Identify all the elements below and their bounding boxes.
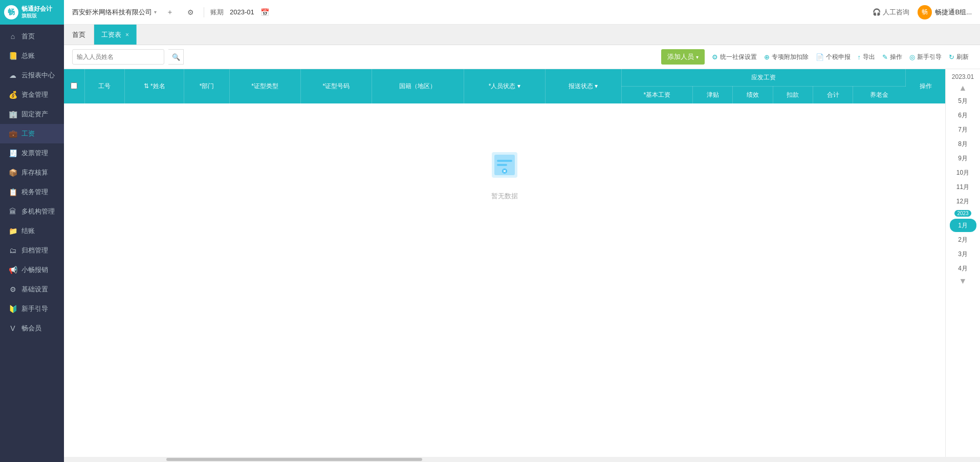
scrollbar-thumb[interactable] bbox=[166, 458, 422, 461]
search-input[interactable] bbox=[72, 49, 164, 65]
sidebar-item-固定资产[interactable]: 🏢固定资产 bbox=[0, 104, 64, 124]
toolbar-action-3[interactable]: ↑导出 bbox=[855, 53, 879, 61]
action-label: 导出 bbox=[863, 53, 875, 61]
sort-icon: ⇅ bbox=[144, 82, 149, 90]
month-2022-5[interactable]: 5月 bbox=[950, 94, 976, 108]
sidebar-item-畅会员[interactable]: V畅会员 bbox=[0, 319, 64, 338]
app-name: 畅通好会计 bbox=[21, 5, 52, 12]
avatar: 畅 bbox=[918, 5, 932, 19]
th-performance: 绩效 bbox=[733, 87, 773, 104]
chevron-down-icon: ▾ bbox=[696, 54, 699, 60]
action-label: 新手引导 bbox=[917, 53, 942, 61]
month-2023-4[interactable]: 4月 bbox=[950, 262, 976, 275]
th-pension: 养老金 bbox=[853, 87, 906, 104]
nav-label: 资金管理 bbox=[21, 90, 48, 99]
toolbar-action-4[interactable]: ✎操作 bbox=[879, 53, 905, 61]
payroll-table: 工号 ⇅ *姓名 *部门 *证型类型 *证型号码 国籍（地区） *人员状态 ▾ … bbox=[64, 69, 945, 242]
th-deduction: 扣款 bbox=[773, 87, 813, 104]
th-salary-group: 应发工资 bbox=[621, 69, 905, 87]
nav-icon: 🏢 bbox=[8, 110, 17, 118]
add-person-button[interactable]: 添加人员 ▾ bbox=[661, 49, 705, 65]
close-icon[interactable]: × bbox=[125, 31, 129, 38]
app-edition: 旗舰版 bbox=[21, 12, 52, 19]
nav-label: 总账 bbox=[21, 51, 35, 60]
nav-icon: 💼 bbox=[8, 130, 17, 138]
tab-payroll[interactable]: 工资表 × bbox=[94, 25, 137, 45]
nav-icon: 📁 bbox=[8, 227, 17, 235]
nav-icon: ⌂ bbox=[8, 32, 17, 40]
username: 畅捷通B组... bbox=[935, 8, 972, 17]
logo-icon: 畅 bbox=[4, 5, 18, 19]
topbar-right: 🎧 人工咨询 畅 畅捷通B组... bbox=[873, 5, 972, 19]
sidebar-item-库存核算[interactable]: 📦库存核算 bbox=[0, 163, 64, 182]
month-2022-9[interactable]: 9月 bbox=[950, 152, 976, 165]
add-company-button[interactable]: ＋ bbox=[163, 5, 177, 19]
action-label: 操作 bbox=[890, 53, 902, 61]
headset-icon: 🎧 bbox=[873, 8, 881, 16]
action-icon: ⊕ bbox=[764, 53, 770, 61]
th-number: 工号 bbox=[84, 69, 124, 103]
search-button[interactable]: 🔍 bbox=[168, 49, 184, 65]
sidebar-item-发票管理[interactable]: 🧾发票管理 bbox=[0, 143, 64, 163]
main-content: 西安虾米网络科技有限公司 ▾ ＋ ⚙ 账期 2023-01 📅 🎧 人工咨询 畅… bbox=[64, 0, 980, 462]
toolbar-action-6[interactable]: ↻刷新 bbox=[946, 53, 972, 61]
settings-icon[interactable]: ⚙ bbox=[183, 5, 198, 19]
action-icon: ↻ bbox=[949, 53, 954, 61]
sidebar-item-总账[interactable]: 📒总账 bbox=[0, 46, 64, 66]
add-person-label: 添加人员 bbox=[667, 52, 694, 61]
th-action: 操作 bbox=[906, 69, 945, 103]
divider bbox=[204, 7, 204, 17]
month-2023-3[interactable]: 3月 bbox=[950, 247, 976, 261]
toolbar-action-2[interactable]: 📄个税申报 bbox=[813, 53, 854, 61]
month-2022-11[interactable]: 11月 bbox=[950, 180, 976, 194]
th-id-type: *证型类型 bbox=[229, 69, 300, 103]
th-report-status: 报送状态 ▾ bbox=[545, 69, 621, 103]
horizontal-scrollbar[interactable] bbox=[64, 457, 980, 462]
nav-label: 归档管理 bbox=[21, 246, 48, 255]
sidebar-item-多机构管理[interactable]: 🏛多机构管理 bbox=[0, 202, 64, 221]
nav-label: 库存核算 bbox=[21, 168, 48, 177]
tab-home[interactable]: 首页 bbox=[64, 25, 94, 45]
nav-icon: ⚙ bbox=[8, 285, 17, 293]
month-2023-1[interactable]: 1月 bbox=[950, 219, 976, 232]
search-icon: 🔍 bbox=[172, 53, 180, 61]
month-2022-12[interactable]: 12月 bbox=[950, 195, 976, 208]
sidebar-item-结账[interactable]: 📁结账 bbox=[0, 221, 64, 241]
chevron-down-icon: ▾ bbox=[154, 9, 157, 15]
toolbar-actions: ⚙统一社保设置⊕专项附加扣除📄个税申报↑导出✎操作◎新手引导↻刷新 bbox=[709, 53, 972, 61]
select-all-checkbox[interactable] bbox=[71, 82, 77, 89]
sidebar: 畅 畅通好会计 旗舰版 ⌂首页📒总账☁云报表中心💰资金管理🏢固定资产💼工资🧾发票… bbox=[0, 0, 64, 462]
service-button[interactable]: 🎧 人工咨询 bbox=[873, 8, 909, 17]
th-name: ⇅ *姓名 bbox=[124, 69, 184, 103]
svg-rect-2 bbox=[497, 160, 512, 162]
action-label: 刷新 bbox=[956, 53, 969, 61]
scroll-down-arrow[interactable]: ▼ bbox=[958, 276, 968, 287]
sidebar-item-云报表中心[interactable]: ☁云报表中心 bbox=[0, 66, 64, 85]
month-2022-10[interactable]: 10月 bbox=[950, 166, 976, 179]
th-status: *人员状态 ▾ bbox=[464, 69, 545, 103]
sidebar-item-资金管理[interactable]: 💰资金管理 bbox=[0, 85, 64, 104]
sidebar-item-归档管理[interactable]: 🗂归档管理 bbox=[0, 241, 64, 260]
nav-label: 多机构管理 bbox=[21, 207, 55, 216]
month-2022-6[interactable]: 6月 bbox=[950, 109, 976, 122]
calendar-icon[interactable]: 📅 bbox=[260, 8, 269, 16]
nav-icon: ☁ bbox=[8, 71, 17, 79]
sidebar-item-税务管理[interactable]: 📋税务管理 bbox=[0, 182, 64, 202]
toolbar-action-0[interactable]: ⚙统一社保设置 bbox=[709, 53, 760, 61]
sidebar-item-首页[interactable]: ⌂首页 bbox=[0, 27, 64, 46]
company-selector[interactable]: 西安虾米网络科技有限公司 ▾ bbox=[72, 8, 157, 17]
sidebar-item-新手引导[interactable]: 🔰新手引导 bbox=[0, 299, 64, 319]
month-2023-2[interactable]: 2月 bbox=[950, 233, 976, 246]
scroll-up-arrow[interactable]: ▲ bbox=[958, 82, 968, 94]
toolbar-action-1[interactable]: ⊕专项附加扣除 bbox=[761, 53, 812, 61]
tab-bar: 首页 工资表 × bbox=[64, 25, 980, 45]
month-2022-8[interactable]: 8月 bbox=[950, 137, 976, 151]
toolbar-action-5[interactable]: ◎新手引导 bbox=[906, 53, 945, 61]
scrollbar-track bbox=[64, 458, 980, 461]
action-label: 个税申报 bbox=[826, 53, 851, 61]
sidebar-item-小畅报销[interactable]: 📢小畅报销 bbox=[0, 260, 64, 280]
sidebar-item-工资[interactable]: 💼工资 bbox=[0, 124, 64, 143]
user-menu[interactable]: 畅 畅捷通B组... bbox=[918, 5, 972, 19]
month-2022-7[interactable]: 7月 bbox=[950, 123, 976, 136]
sidebar-item-基础设置[interactable]: ⚙基础设置 bbox=[0, 280, 64, 299]
